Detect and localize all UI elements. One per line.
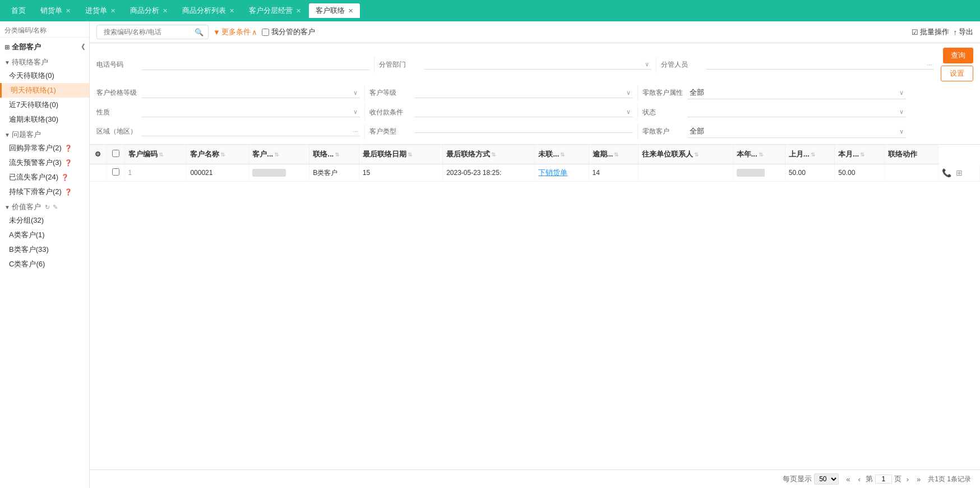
sidebar-item-declining[interactable]: 持续下滑客户(2) ❓ (0, 185, 89, 199)
table-header-row: ⚙ 客户编码⇅ 客户名称⇅ 客户...⇅ 联络...⇅ 最后联络日期⇅ 最后联络… (90, 145, 980, 164)
sidebar-item-overdue-contact[interactable]: 逾期未联络(30) (0, 112, 89, 127)
region-select[interactable]: ··· (141, 127, 360, 136)
sidebar-item-tomorrow-contact[interactable]: 明天待联络(1) (0, 83, 89, 98)
filter-cell-retail-customer: 零散客户 全部 ∨ (642, 123, 906, 140)
col-overdue: 逾期...⇅ (589, 145, 639, 164)
close-icon[interactable]: ✕ (163, 7, 168, 15)
sort-icon[interactable]: ⇅ (860, 151, 865, 158)
sort-icon[interactable]: ⇅ (614, 151, 618, 158)
nav-tab-customer-tier[interactable]: 客户分层经营 ✕ (242, 3, 308, 18)
export-button[interactable]: ↑ 导出 (954, 27, 974, 37)
batch-icon: ☑ (912, 28, 918, 36)
menu-action-icon[interactable]: ⊞ (956, 168, 963, 177)
dept-select[interactable]: ∨ (424, 59, 652, 70)
value-level-select[interactable]: ∨ (141, 88, 360, 98)
batch-op-button[interactable]: ☑ 批量操作 (912, 27, 949, 37)
manager-label: 分管人员 (661, 60, 706, 70)
close-icon[interactable]: ✕ (110, 7, 115, 15)
sidebar-item-7day-contact[interactable]: 近7天待联络(0) (0, 98, 89, 112)
close-icon[interactable]: ✕ (348, 7, 353, 15)
filter-cell-dept: 分管部门 ∨ (379, 58, 652, 71)
manager-select[interactable]: ··· (706, 60, 934, 70)
sidebar-item-churn-warning[interactable]: 流失预警客户(3) ❓ (0, 155, 89, 170)
sidebar-all-customers[interactable]: ⊞ 全部客户 《 (0, 38, 89, 54)
customer-type-select[interactable] (414, 130, 633, 133)
retail-customer-select[interactable]: 全部 ∨ (687, 125, 906, 138)
chevron-down-icon: ∨ (626, 89, 631, 96)
prev-page-button[interactable]: ‹ (855, 474, 863, 485)
gender-select[interactable]: ∨ (141, 107, 360, 117)
nav-tab-product-analysis[interactable]: 商品分析 ✕ (123, 3, 174, 18)
payment-select[interactable]: ∨ (414, 107, 633, 117)
sort-icon[interactable]: ⇅ (694, 151, 699, 158)
sidebar-search-input[interactable] (4, 26, 89, 34)
sort-icon[interactable]: ⇅ (159, 151, 163, 158)
col-this-year: 本年...⇅ (733, 145, 785, 164)
arrow-down-icon: ▼ (4, 204, 10, 210)
sort-icon[interactable]: ⇅ (408, 151, 412, 158)
search-icon[interactable]: 🔍 (195, 28, 204, 36)
sort-icon[interactable]: ⇅ (220, 151, 225, 158)
sort-icon[interactable]: ⇅ (335, 151, 339, 158)
sort-icon[interactable]: ⇅ (560, 151, 565, 158)
filter-cell-customer-level: 客户等级 ∨ (369, 86, 633, 100)
page-number-input[interactable] (875, 475, 892, 484)
last-method-link[interactable]: 下销货单 (538, 168, 567, 177)
nav-tab-product-analysis-list[interactable]: 商品分析列表 ✕ (175, 3, 241, 18)
divider (637, 104, 638, 120)
filter-cell-payment: 收付款条件 ∨ (369, 105, 633, 119)
ellipsis-icon: ··· (353, 128, 358, 135)
set-button[interactable]: 设置 (941, 66, 973, 81)
row-last-method-cell: 下销货单 (535, 164, 589, 182)
close-icon[interactable]: ✕ (66, 7, 71, 15)
nav-tab-customer-contact[interactable]: 客户联络 ✕ (309, 3, 360, 18)
edit-icon[interactable]: ✎ (53, 204, 58, 211)
sort-icon[interactable]: ⇅ (491, 151, 496, 158)
phone-input[interactable] (141, 59, 369, 70)
sidebar-item-a-class[interactable]: A类客户(1) (0, 228, 89, 242)
my-customers-checkbox[interactable] (262, 29, 269, 36)
sort-icon[interactable]: ⇅ (759, 151, 763, 158)
sidebar-item-churned[interactable]: 已流失客户(24) ❓ (0, 170, 89, 185)
col-this-month: 本月...⇅ (835, 145, 885, 164)
nav-home[interactable]: 首页 (4, 3, 33, 18)
arrow-down-icon: ▼ (4, 59, 10, 66)
contact-person-blurred (737, 169, 765, 177)
page-size-select[interactable]: 50 (814, 473, 839, 485)
refresh-icon[interactable]: ↻ (45, 204, 50, 211)
col-settings[interactable]: ⚙ (90, 145, 107, 164)
query-button[interactable]: 查询 (943, 48, 973, 63)
nav-tab-purchase[interactable]: 进货单 ✕ (78, 3, 122, 18)
sort-icon[interactable]: ⇅ (274, 151, 279, 158)
row-checkbox[interactable] (112, 168, 119, 176)
collapse-icon[interactable]: 《 (78, 43, 85, 52)
sidebar-item-ungrouped[interactable]: 未分组(32) (0, 213, 89, 228)
nav-tab-sales[interactable]: 销货单 ✕ (34, 3, 77, 18)
retail-attr-select[interactable]: 全部 ∨ (687, 86, 906, 99)
sidebar-item-repurchase-anomaly[interactable]: 回购异常客户(2) ❓ (0, 141, 89, 155)
top-navigation: 首页 销货单 ✕ 进货单 ✕ 商品分析 ✕ 商品分析列表 ✕ 客户分层经营 ✕ … (0, 0, 980, 21)
last-page-button[interactable]: » (914, 474, 923, 485)
filter-row-3: 性质 ∨ 收付款条件 ∨ 状态 (96, 104, 973, 120)
chevron-down-icon: ∨ (626, 108, 631, 116)
close-icon[interactable]: ✕ (229, 7, 234, 15)
phone-action-icon[interactable]: 📞 (942, 168, 951, 177)
region-label: 区域（地区） (96, 127, 141, 136)
customer-level-label: 客户等级 (369, 88, 414, 98)
sidebar-item-c-class[interactable]: C类客户(6) (0, 257, 89, 271)
next-page-button[interactable]: › (904, 474, 912, 485)
sidebar-item-b-class[interactable]: B类客户(33) (0, 242, 89, 257)
customer-type-label: 客户类型 (369, 127, 414, 136)
col-customer-name: 客户名称⇅ (187, 145, 249, 164)
first-page-button[interactable]: « (843, 474, 853, 485)
close-icon[interactable]: ✕ (296, 7, 301, 15)
table-row: 1 000021 B类客户 15 2023-05-23 18:25: 下销货单 … (90, 164, 980, 182)
more-conditions-button[interactable]: ▼ 更多条件 ∧ (213, 27, 257, 37)
sidebar-item-today-contact[interactable]: 今天待联络(0) (0, 68, 89, 83)
status-select[interactable]: ∨ (687, 107, 906, 117)
customer-level-select[interactable]: ∨ (414, 88, 633, 98)
filter-cell-retail-attr: 零散客户属性 全部 ∨ (642, 85, 906, 101)
select-all-checkbox[interactable] (112, 150, 119, 157)
sort-icon[interactable]: ⇅ (811, 151, 815, 158)
main-search-input[interactable] (101, 27, 195, 37)
